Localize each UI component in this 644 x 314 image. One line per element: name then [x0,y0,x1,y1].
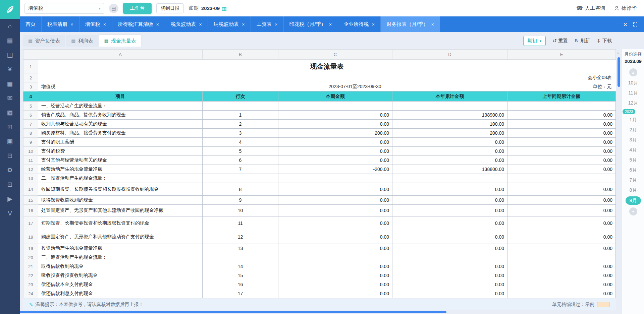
row-number[interactable]: 20 [23,253,38,262]
month-item[interactable]: 2月 [622,125,644,135]
item-cell[interactable]: 取得借款收到的现金 [38,262,203,271]
line-cell[interactable] [203,174,278,183]
brand-v-icon[interactable]: V [0,206,20,221]
item-cell[interactable]: 收到其他与经营活动有关的现金 [38,120,203,129]
prior-amount-cell[interactable]: 0.00 [507,129,616,138]
prior-amount-cell[interactable] [507,253,616,262]
item-cell[interactable]: 吸收投资者投资收到的现金 [38,271,203,280]
tab-close-icon[interactable]: × [242,22,245,27]
current-amount-cell[interactable]: 0.00 [278,271,392,280]
support-link[interactable]: ☎ 人工咨询 [576,5,605,11]
column-letter-c[interactable]: C [278,50,392,60]
home-icon[interactable]: ⌂ [0,19,20,33]
invoice-icon[interactable]: ✉ [0,91,20,105]
fullscreen-icon[interactable] [633,22,638,27]
app-logo[interactable] [0,0,20,19]
row-number[interactable]: 15 [23,196,38,205]
prior-amount-cell[interactable]: 0.00 [507,289,616,298]
item-cell[interactable]: 投资活动产生的现金流量净额 [38,244,203,253]
line-cell[interactable]: 14 [203,262,278,271]
report-title[interactable]: 现金流量表 [38,60,616,73]
month-item[interactable]: 12月 [622,98,644,108]
sheet-corner-cell[interactable] [23,50,38,60]
month-item[interactable]: 10月 [622,78,644,88]
date-range[interactable]: 2023-07-01至2023-09-30 [203,82,507,91]
row-number[interactable]: 8 [23,129,38,138]
reports-icon[interactable]: ◫ [0,48,20,62]
row-number[interactable]: 10 [23,147,38,156]
row-number[interactable]: 17 [23,216,38,230]
close-all-tabs-icon[interactable]: × [623,21,627,28]
ytd-amount-cell[interactable]: 100.00 [392,120,507,129]
month-item[interactable]: 8月 [622,185,644,195]
settings-icon[interactable]: ⚙ [0,163,20,177]
prior-amount-cell[interactable]: 0.00 [507,280,616,289]
item-cell[interactable]: 购建固定资产、无形资产和其他非流动资产支付的现金 [38,230,203,244]
item-cell[interactable]: 三、筹资活动产生的现金流量： [38,253,203,262]
scroll-up-button[interactable]: ▲ [629,68,637,76]
column-letter-e[interactable]: E [507,50,616,60]
current-amount-cell[interactable]: 0.00 [278,183,392,196]
opening-balance-button[interactable]: 期初 ▾ [523,36,546,46]
line-cell[interactable]: 6 [203,156,278,165]
backup-icon[interactable]: ⊡ [0,177,20,192]
line-cell[interactable] [203,102,278,111]
ytd-amount-cell[interactable] [392,102,507,111]
tab-item-7[interactable]: 印花税（月/季）× [284,16,338,32]
line-cell[interactable]: 15 [203,271,278,280]
prior-amount-cell[interactable]: 0.00 [507,165,616,174]
tab-item-3[interactable]: 所得税汇算清缴× [112,16,165,32]
header-ytd-amount[interactable]: 本年累计金额 [392,91,507,102]
prior-amount-cell[interactable]: 0.00 [507,183,616,196]
prior-amount-cell[interactable]: 0.00 [507,196,616,205]
prior-amount-cell[interactable]: 0.00 [507,216,616,230]
item-cell[interactable]: 支付其他与经营活动有关的现金 [38,156,203,165]
header-prior-amount[interactable]: 上年同期累计金额 [507,91,616,102]
current-amount-cell[interactable] [278,174,392,183]
reset-button[interactable]: ↺ 重置 [552,38,568,44]
month-item[interactable]: 3月 [622,135,644,145]
assets-icon[interactable]: ⊞ [0,120,20,134]
tab-item-6[interactable]: 工资表× [251,16,284,32]
subtab-income-statement[interactable]: ▦ 利润表 [66,35,98,47]
item-cell[interactable]: 销售产成品、商品、提供劳务收到的现金 [38,111,203,120]
item-cell[interactable]: 偿还借款本金支付的现金 [38,280,203,289]
tab-item-8[interactable]: 企业所得税× [338,16,381,32]
salary-icon[interactable]: ▩ [0,105,20,120]
row-number[interactable]: 13 [23,174,38,183]
item-cell[interactable]: 二、投资活动产生的现金流量： [38,174,203,183]
user-menu[interactable]: 徐泽华 [614,5,637,11]
line-cell[interactable]: 8 [203,183,278,196]
tab-close-icon[interactable]: × [431,22,434,27]
tutorial-icon[interactable]: ▶ [0,192,20,206]
line-cell[interactable]: 3 [203,129,278,138]
prior-amount-cell[interactable]: 0.00 [507,205,616,216]
row-number[interactable]: 23 [23,280,38,289]
item-cell[interactable]: 短期投资、长期债券投资和长期股权投资支付的现金 [38,216,203,230]
ytd-amount-cell[interactable]: 138800.00 [392,165,507,174]
prior-amount-cell[interactable]: 0.00 [507,271,616,280]
current-amount-cell[interactable]: 0.00 [278,244,392,253]
current-amount-cell[interactable]: 0.00 [278,147,392,156]
prior-amount-cell[interactable] [507,102,616,111]
taxpayer-select[interactable]: 增值税 ▾ [24,3,104,14]
workbench-button[interactable]: 工作台 [123,3,152,14]
item-cell[interactable]: 收回短期投资、长期债券投资和长期股权投资收到的现金 [38,183,203,196]
prior-amount-cell[interactable]: 0.00 [507,147,616,156]
current-amount-cell[interactable]: -200.00 [278,165,392,174]
ytd-amount-cell[interactable]: 0.00 [392,216,507,230]
current-amount-cell[interactable]: 0.00 [278,156,392,165]
period-value[interactable]: 2023-09 [201,5,220,11]
tab-item-9[interactable]: 财务报表（月/季）× [381,16,440,32]
month-item[interactable]: 6月 [622,165,644,175]
item-cell[interactable]: 支付的职工薪酬 [38,138,203,147]
item-cell[interactable]: 支付的税费 [38,147,203,156]
current-amount-cell[interactable]: 0.00 [278,205,392,216]
ytd-amount-cell[interactable]: 200.00 [392,129,507,138]
row-number[interactable]: 14 [23,183,38,196]
ytd-amount-cell[interactable]: 0.00 [392,156,507,165]
column-letter-a[interactable]: A [38,50,203,60]
item-cell[interactable]: 处置固定资产、无形资产和其他非流动资产收回的现金净额 [38,205,203,216]
item-cell[interactable]: 取得投资收益收到的现金 [38,196,203,205]
checkout-icon[interactable]: ▣ [0,134,20,148]
